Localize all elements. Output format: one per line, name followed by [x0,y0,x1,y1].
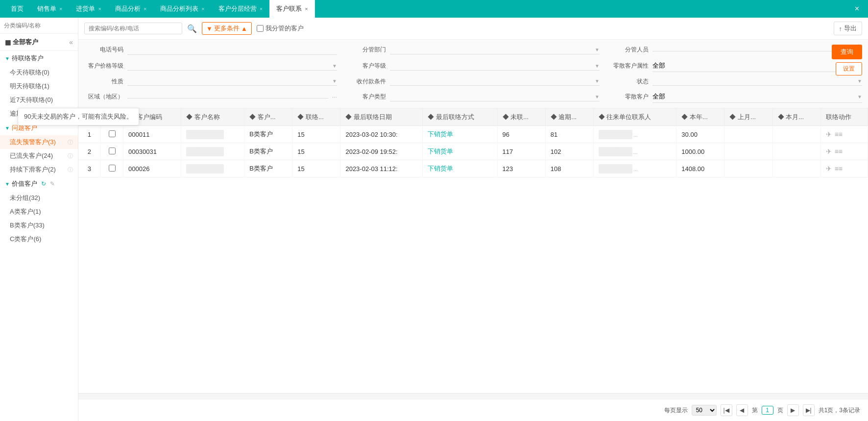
filter-region-select[interactable] [127,95,328,99]
col-last-method-header[interactable]: ◆ 最后联络方式 [423,108,497,126]
more-conditions-button[interactable]: ▼ 更多条件 ▲ [202,22,252,35]
filter-region-dots[interactable]: ··· [332,94,337,100]
filter-status-select[interactable]: ▼ [652,77,862,86]
col-this-year-header[interactable]: ◆ 本年... [676,108,724,126]
filter-dept: 分管部门 ▼ [347,45,600,55]
sidebar-item-churn-warning[interactable]: 流失预警客户(3) ⓘ [0,135,78,149]
settings-button[interactable]: 设置 [836,62,862,75]
my-customers-checkbox[interactable] [257,25,264,32]
filter-payment-select[interactable]: ▼ [390,77,600,86]
tab-customer-segment[interactable]: 客户分层经营 × [212,0,269,18]
last-method-link[interactable]: 下销货单 [428,130,453,138]
page-total-info: 共1页，3条记录 [819,406,860,415]
contact-action-icon[interactable]: ✈ [826,148,832,155]
more-action-icon[interactable]: ≡≡ [835,165,843,173]
chevron-down-payment: ▼ [595,78,600,84]
filter-retail-attr-select[interactable]: 全部 ▼ [652,60,862,72]
sidebar-item-class-b[interactable]: B类客户(33) [0,219,78,232]
cell-contact: 15 [292,126,340,143]
sidebar-item-class-c[interactable]: C类客户(6) [0,232,78,246]
cell-code: 000011 [123,126,181,143]
col-this-month-header[interactable]: ◆ 本月... [772,108,820,126]
more-action-icon[interactable]: ≡≡ [835,148,843,155]
export-button[interactable]: ↑ 导出 [834,22,863,35]
row-checkbox[interactable] [109,165,116,172]
sidebar-group-pending-title[interactable]: ▼ 待联络客户 [0,51,78,66]
more-action-icon[interactable]: ≡≡ [835,130,843,138]
col-overdue-header[interactable]: ◆ 逾期... [545,108,593,126]
sidebar-item-tomorrow-contact[interactable]: 明天待联络(1) [0,79,78,93]
col-last-date-header[interactable]: ◆ 最后联络日期 [340,108,423,126]
customer-table: ⚙ ◆ 客户编码 ◆ 客户名称 ◆ 客户... [78,108,868,177]
table-body: 1 000011 ████ B类客户 15 2023-03-02 10:30: … [78,126,868,177]
sidebar-item-class-a[interactable]: A类客户(1) [0,205,78,219]
row-checkbox[interactable] [109,148,116,154]
sidebar-group-problem: ▼ 问题客户 90天未交易的客户，可能有流失风险。 流失预警客户(3) ⓘ 已流… [0,121,78,176]
col-not-contact-header[interactable]: ◆ 未联... [497,108,545,126]
tab-close-product[interactable]: × [144,6,146,12]
filter-nature: 性质 ▼ [84,77,337,86]
filter-bar: 🔍 ▼ 更多条件 ▲ 我分管的客户 ↑ 导出 [78,18,868,40]
tab-product-analysis[interactable]: 商品分析 × [108,0,153,18]
filter-price-level: 客户价格等级 ▼ [84,60,337,72]
row-checkbox[interactable] [109,130,116,137]
tab-close-sales[interactable]: × [59,6,62,12]
contact-action-icon[interactable]: ✈ [826,130,832,138]
page-size-select[interactable]: 50 10 20 100 [692,405,717,416]
tab-close-contact[interactable]: × [305,6,308,12]
last-method-link[interactable]: 下销货单 [428,165,453,172]
col-name-header[interactable]: ◆ 客户名称 [181,108,244,126]
filter-type-select[interactable]: ▼ [390,93,600,101]
sidebar-group-value-title[interactable]: ▼ 价值客户 ↻ ✎ [0,176,78,191]
sidebar: 🔍 ▦ 全部客户 « ▼ 待联络客户 今天待联络(0) 明天待联络(1) 近7天… [0,18,78,421]
filter-dept-select[interactable]: ▼ [390,46,600,54]
cell-name: ████ [181,126,244,143]
tab-sales-order[interactable]: 销售单 × [30,0,69,18]
first-page-button[interactable]: |◀ [721,404,732,416]
sidebar-item-unclassified[interactable]: 未分组(32) [0,191,78,205]
contact-action-icon[interactable]: ✈ [826,165,832,173]
sidebar-collapse-button[interactable]: « [69,38,73,46]
filter-retail-attr-label: 零散客户属性 [609,62,649,70]
tab-customer-contact[interactable]: 客户联系 × [269,0,314,18]
last-page-button[interactable]: ▶| [803,404,815,416]
last-method-link[interactable]: 下销货单 [428,148,453,155]
main-search-button[interactable]: 🔍 [187,24,197,33]
tab-close-product-list[interactable]: × [201,6,204,12]
sidebar-item-declining[interactable]: 持续下滑客户(2) ⓘ [0,163,78,176]
filter-retail-select[interactable]: 全部 ▼ [652,91,862,103]
filter-person-select[interactable] [652,48,853,51]
col-contact-header[interactable]: ◆ 联络... [292,108,340,126]
main-layout: 🔍 ▦ 全部客户 « ▼ 待联络客户 今天待联络(0) 明天待联络(1) 近7天… [0,18,868,421]
page-of-label: 页 [777,406,783,415]
filter-phone-input[interactable] [127,45,337,55]
my-customers-filter[interactable]: 我分管的客户 [257,24,304,33]
cell-last-month [724,160,772,177]
sidebar-search-input[interactable] [4,22,77,29]
col-type-header[interactable]: ◆ 客户... [244,108,292,126]
filter-payment: 收付款条件 ▼ [347,77,600,86]
tab-product-analysis-list[interactable]: 商品分析列表 × [153,0,211,18]
edit-icon[interactable]: ✎ [50,180,55,187]
prev-page-button[interactable]: ◀ [736,404,748,416]
col-person-header[interactable]: ◆ 往来单位联系人 [593,108,676,126]
col-last-month-header[interactable]: ◆ 上月... [724,108,772,126]
filter-level-select[interactable]: ▼ [390,62,600,71]
home-tab[interactable]: 首页 [4,4,30,13]
tab-close-segment[interactable]: × [260,6,263,12]
next-page-button[interactable]: ▶ [787,404,799,416]
cell-this-month [772,143,820,160]
tab-close-purchase[interactable]: × [98,6,101,12]
horizontal-scrollbar[interactable] [78,393,868,399]
sidebar-item-churned[interactable]: 已流失客户(24) ⓘ [0,149,78,163]
filter-price-select[interactable]: ▼ [127,62,337,71]
refresh-icon[interactable]: ↻ [41,180,46,187]
filter-level-label: 客户等级 [347,62,386,70]
sidebar-item-week-contact[interactable]: 近7天待联络(0) [0,93,78,107]
window-close-button[interactable]: × [850,4,864,13]
main-search-input[interactable] [84,23,182,34]
tab-purchase-order[interactable]: 进货单 × [69,0,108,18]
sidebar-item-today-contact[interactable]: 今天待联络(0) [0,66,78,79]
filter-nature-select[interactable]: ▼ [127,77,337,86]
query-button[interactable]: 查询 [832,45,862,59]
